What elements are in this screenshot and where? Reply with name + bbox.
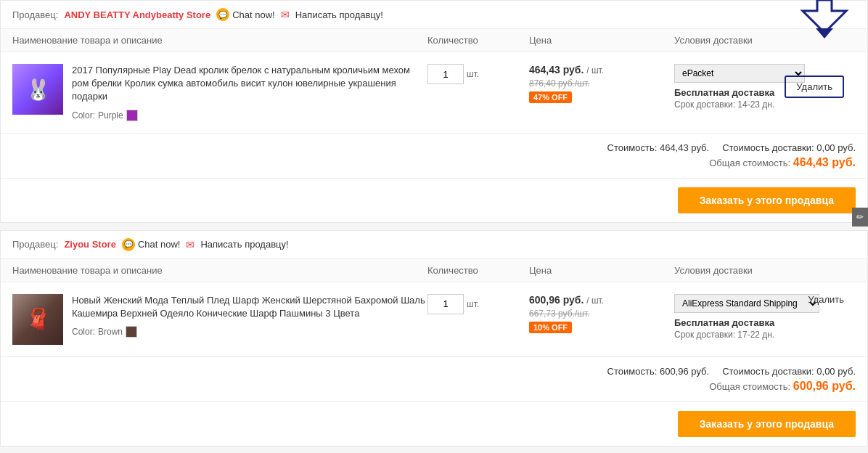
seller1-message-label: Написать продавцу! [295, 9, 383, 20]
seller2-label: Продавец: [12, 239, 58, 250]
order-btn-row-2: Заказать у этого продавца [1, 402, 867, 446]
col-price1: Цена [529, 35, 674, 46]
product2-delivery-time: Срок доставки: 17-22 дн. [674, 330, 812, 340]
seller1-chat-button[interactable]: 💬 Chat now! [216, 8, 275, 21]
product1-image: 🐰 [12, 64, 63, 115]
seller1-name[interactable]: ANDY BEATTY Andybeatty Store [64, 9, 210, 20]
summary1-total-value: 464,43 руб. [793, 156, 856, 168]
product2-price: 600,96 руб. / шт. [529, 294, 674, 306]
product2-price-col: 600,96 руб. / шт. 667,73 руб./шт. 10% OF… [529, 294, 674, 333]
summary2-total-label: Общая стоимость: [709, 381, 790, 392]
product2-qty-unit: шт. [467, 299, 479, 309]
product1-price: 464,43 руб. / шт. [529, 64, 674, 76]
seller2-message-label: Написать продавцу! [200, 239, 288, 250]
seller1-message-button[interactable]: Написать продавцу! [295, 9, 383, 20]
product1-price-old: 876,40 руб./шт. [529, 78, 674, 89]
product1-qty-unit: шт. [467, 69, 479, 79]
product2-color: Color: Brown [72, 326, 427, 338]
col-qty1: Количество [427, 35, 529, 46]
message-icon: ✉ [281, 9, 290, 20]
seller1-chat-label: Chat now! [232, 9, 275, 20]
product2-discount: 10% OFF [529, 322, 572, 333]
summary2-cost-label: Стоимость: [607, 366, 658, 377]
product2-delivery-select[interactable]: AliExpress Standard Shipping [674, 294, 819, 313]
summary1-total-line: Общая стоимость: 464,43 руб. [12, 156, 856, 169]
summary1-delivery-label: Стоимость доставки: [722, 142, 814, 153]
product2-details: Новый Женский Мода Теплый Плед Шарф Женс… [72, 294, 427, 345]
summary2-cost-value: 600,96 руб. [660, 366, 709, 377]
order-summary-2: Стоимость: 600,96 руб. Стоимость доставк… [1, 357, 867, 402]
seller2-chat-label: Chat now! [138, 239, 181, 250]
product1-qty-container: шт. [427, 64, 529, 84]
product1-color-value: Purple [98, 110, 123, 121]
edit-icon-float[interactable]: ✏ [852, 208, 868, 226]
product1-title[interactable]: 2017 Популярные Play Dead кролик брелок … [72, 64, 427, 104]
product2-delivery-col: AliExpress Standard Shipping Бесплатная … [674, 294, 856, 340]
product1-info: 🐰 2017 Популярные Play Dead кролик брело… [12, 64, 427, 121]
product1-color: Color: Purple [72, 110, 427, 121]
product2-image: 🧣 [12, 294, 63, 345]
summary1-cost-value: 464,43 руб. [660, 142, 709, 153]
product-row-2: 🧣 Новый Женский Мода Теплый Плед Шарф Же… [1, 282, 867, 357]
chat-icon: 💬 [216, 8, 229, 21]
order-summary-1: Стоимость: 464,43 руб. Стоимость доставк… [1, 134, 867, 179]
product1-price-suffix: / шт. [586, 65, 604, 76]
summary2-delivery-label: Стоимость доставки: [722, 366, 814, 377]
product2-price-suffix: / шт. [586, 295, 604, 306]
product1-delivery-time: Срок доставки: 14-23 дн. [674, 99, 812, 110]
seller2-name[interactable]: Ziyou Store [64, 239, 116, 250]
product2-color-value: Brown [98, 327, 123, 337]
product1-details: 2017 Популярные Play Dead кролик брелок … [72, 64, 427, 121]
summary2-delivery-value: 0,00 руб. [816, 366, 856, 377]
order-btn-row-1: Заказать у этого продавца [1, 179, 867, 222]
summary2-total-line: Общая стоимость: 600,96 руб. [12, 380, 856, 393]
product2-delete-button[interactable]: Удалить [808, 294, 844, 305]
product1-price-col: 464,43 руб. / шт. 876,40 руб./шт. 47% OF… [529, 64, 674, 103]
order-button-2[interactable]: Заказать у этого продавца [678, 411, 856, 437]
summary1-cost-line: Стоимость: 464,43 руб. Стоимость доставк… [12, 142, 856, 153]
product2-price-value: 600,96 руб. [529, 294, 584, 306]
seller2-chat-button[interactable]: 💬 Chat now! [122, 238, 181, 251]
product2-info: 🧣 Новый Женский Мода Теплый Плед Шарф Же… [12, 294, 427, 345]
col-delivery1: Условия доставки [674, 35, 856, 46]
col-price2: Цена [529, 265, 674, 276]
seller2-header: Продавец: Ziyou Store 💬 Chat now! ✉ Напи… [1, 231, 867, 259]
product1-color-label: Color: [72, 110, 95, 121]
col-product1: Наименование товара и описание [12, 35, 427, 46]
summary1-cost-label: Стоимость: [607, 142, 658, 153]
message-icon-2: ✉ [186, 239, 195, 250]
product2-color-swatch [126, 326, 137, 338]
product1-color-swatch [126, 110, 138, 121]
product1-price-value: 464,43 руб. [529, 64, 584, 76]
summary2-total-value: 600,96 руб. [793, 380, 856, 392]
product1-delete-button[interactable]: Удалить [785, 76, 844, 98]
product1-discount: 47% OFF [529, 91, 572, 103]
product-row-1: 🐰 2017 Популярные Play Dead кролик брело… [1, 52, 867, 134]
seller2-message-button[interactable]: Написать продавцу! [200, 239, 288, 250]
chat-icon-2: 💬 [122, 238, 135, 251]
col-product2: Наименование товара и описание [12, 265, 427, 276]
product2-qty-input[interactable] [427, 294, 464, 314]
product1-delivery-col: ePacket Бесплатная доставка Срок доставк… [674, 64, 856, 110]
product2-free-delivery: Бесплатная доставка [674, 317, 812, 328]
summary1-delivery-value: 0,00 руб. [816, 142, 856, 153]
product1-qty-input[interactable] [427, 64, 464, 84]
product2-title[interactable]: Новый Женский Мода Теплый Плед Шарф Женс… [72, 294, 427, 320]
seller1-label: Продавец: [12, 9, 58, 20]
seller1-header: Продавец: ANDY BEATTY Andybeatty Store 💬… [1, 1, 867, 29]
table-header2: Наименование товара и описание Количеств… [1, 259, 867, 282]
summary1-total-label: Общая стоимость: [709, 158, 790, 168]
product2-qty-container: шт. [427, 294, 529, 314]
table-header1: Наименование товара и описание Количеств… [1, 29, 867, 52]
product2-color-label: Color: [72, 327, 95, 337]
order-button-1[interactable]: Заказать у этого продавца [678, 187, 856, 213]
col-delivery2: Условия доставки [674, 265, 856, 276]
product2-price-old: 667,73 руб./шт. [529, 309, 674, 319]
summary2-cost-line: Стоимость: 600,96 руб. Стоимость доставк… [12, 366, 856, 377]
col-qty2: Количество [427, 265, 529, 276]
